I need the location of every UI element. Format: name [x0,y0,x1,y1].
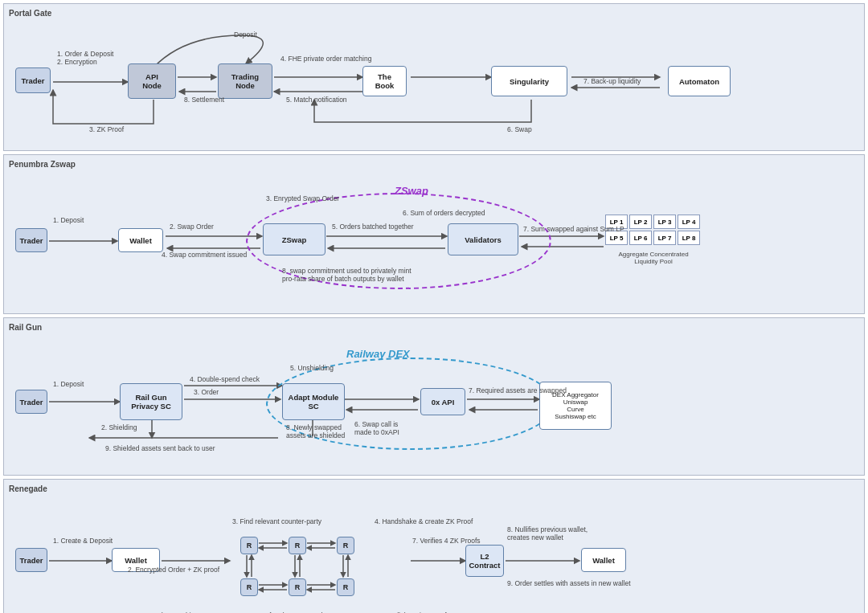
renegade-label9: 9. Order settles with assets in new wall… [507,579,631,587]
label-fhe: 4. FHE private order matching [280,55,371,63]
railgun-label9: 9. Shielded assets sent back to user [105,444,215,452]
penumbra-label6: 6. Sum of orders decrypted [403,209,485,217]
renegade-label3: 3. Find relevant counter-party [232,517,321,525]
railgun-label5: 5. Unshielding [290,364,334,372]
penumbra-flow: ZSwap Trader Wallet ZSwap Validators LP … [9,170,859,307]
railgun-privacy-sc: Rail GunPrivacy SC [120,383,182,420]
railgun-trader: Trader [15,390,47,414]
label-swap: 6. Swap [507,125,532,133]
railgun-label7: 7. Required assets are swapped [469,386,567,394]
renegade-wallet2: Wallet [581,548,626,572]
penumbra-title: Penumbra Zswap [9,158,859,170]
renegade-relay-network: R R R R R R [232,529,409,609]
label-zk-proof: 3. ZK Proof [89,125,124,133]
lp4: LP 4 [678,215,700,229]
lp-caption: Aggregate ConcentratedLiquidity Pool [605,251,702,265]
railgun-title: Rail Gun [9,321,859,333]
lp6: LP 6 [629,231,652,245]
label-encryption: 2. Encryption [57,58,97,66]
penumbra-label2: 2. Swap Order [170,223,214,231]
penumbra-section: Penumbra Zswap ZSwap [3,154,865,314]
penumbra-zswap: ZSwap [263,223,326,255]
portal-gate-title: Portal Gate [9,7,859,19]
railgun-section: Rail Gun [3,317,865,476]
railway-label: Railway DEX [346,348,410,360]
renegade-label7: 7. Verifies 4 ZK Proofs [412,537,481,545]
label-order-deposit: 1. Order & Deposit [57,50,113,58]
renegade-label8: 8. Nullifies previous wallet,creates new… [507,525,612,541]
penumbra-wallet: Wallet [118,228,163,252]
renegade-trader: Trader [15,548,47,572]
penumbra-label8: 8. swap commitment used to privately min… [282,267,459,283]
penumbra-label4: 4. Swap commitment issued [162,251,247,259]
railgun-label3: 3. Order [194,388,219,396]
renegade-section: Renegade Trader Wallet R R R [3,479,865,613]
penumbra-validators: Validators [448,223,518,255]
renegade-title: Renegade [9,483,859,495]
railgun-0x-api: 0x API [420,388,465,415]
label-backup-liq: 7. Back-up liquidity [583,77,641,85]
portal-trader: Trader [15,67,51,93]
lp3: LP 3 [653,215,676,229]
railgun-flow: Railway DEX Trader Rail GunPrivacy SC Ad… [9,333,859,468]
renegade-label1: 1. Create & Deposit [53,537,113,545]
portal-automaton: Automaton [668,66,731,96]
lp8: LP 8 [678,231,700,245]
label-match-notif: 5. Match notification [286,96,347,104]
portal-gate-flow: Trader APINode TradingNode TheBook Singu… [9,19,859,144]
portal-trading-node: TradingNode [218,63,272,99]
railgun-label2: 2. Shielding [101,423,137,431]
railgun-label1: 1. Deposit [53,380,84,388]
railgun-label8: 8. Newly swappedassets are shielded [286,423,366,439]
penumbra-label3: 3. Enrypted Swap Order [266,194,339,202]
lp7: LP 7 [653,231,676,245]
label-settlement: 8. Settlement [184,96,224,104]
renegade-label2: 2. Encrypted Order + ZK proof [128,566,219,574]
portal-api-node: APINode [128,63,176,99]
zswap-label: ZSwap [395,185,428,197]
railgun-label4: 4. Double-spend check [190,375,260,383]
penumbra-label5: 5. Orders batched together [332,223,414,231]
railgun-adapt-module: Adapt ModuleSC [282,383,345,420]
renegade-flow: Trader Wallet R R R R R R [9,495,859,613]
penumbra-label1: 1. Deposit [53,216,84,224]
renegade-l2-contract: L2Contract [465,545,504,577]
label-deposit-top: Deposit [234,31,257,39]
lp2: LP 2 [629,215,652,229]
penumbra-label7: 7. Sum swapped against Sum LP [523,225,624,233]
portal-gate-section: Portal Gate [3,3,865,151]
relay-arrows-svg [232,529,409,609]
portal-singularity: Singularity [491,66,567,96]
penumbra-trader: Trader [15,228,47,252]
portal-the-book: TheBook [362,66,407,96]
renegade-label4: 4. Handshake & create ZK Proof [375,517,473,525]
